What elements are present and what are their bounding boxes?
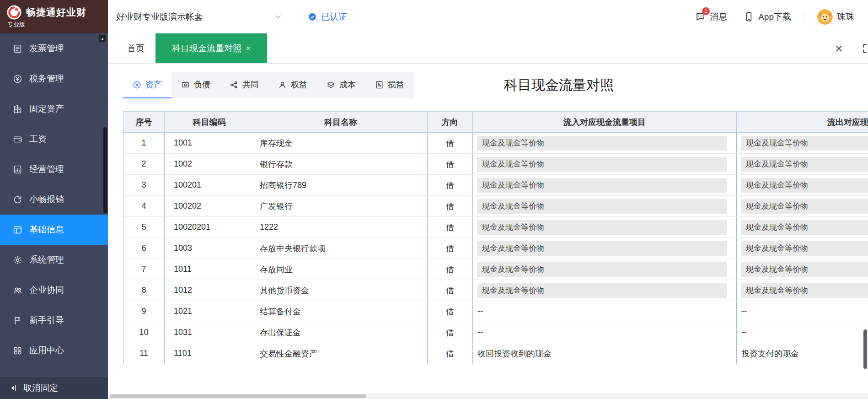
sidebar-item-7[interactable]: 基础信息 xyxy=(0,215,108,245)
operations-icon xyxy=(13,165,22,174)
category-tab-3[interactable]: 共同 xyxy=(220,72,268,98)
outflow-field[interactable]: 现金及现金等价物 xyxy=(741,157,868,172)
profit-loss-icon xyxy=(375,81,384,89)
inflow-field[interactable]: 现金及现金等价物 xyxy=(477,136,727,151)
mapping-table: 序号科目编码科目名称方向流入对应现金流量项目流出对应现金流量项目 1 1001 … xyxy=(123,111,868,364)
cell-name: 其他货币资金 xyxy=(254,280,428,301)
app-download-label: App下载 xyxy=(758,11,791,23)
cell-name: 1222 xyxy=(254,217,428,238)
table-header-cell: 流入对应现金流量项目 xyxy=(473,112,737,133)
table-header-row: 序号科目编码科目名称方向流入对应现金流量项目流出对应现金流量项目 xyxy=(123,112,868,133)
cell-name: 存放同业 xyxy=(254,259,428,280)
messages-count-badge: 1 xyxy=(702,7,710,15)
basic-info-icon xyxy=(13,225,22,235)
messages-button[interactable]: 1 消息 xyxy=(695,11,727,23)
table-row: 5 10020201 1222 借 现金及现金等价物 现金及现金等价物 xyxy=(123,217,868,238)
horizontal-scrollbar[interactable] xyxy=(108,394,868,399)
messages-label: 消息 xyxy=(710,11,727,23)
horizontal-scrollbar-thumb[interactable] xyxy=(110,394,366,398)
table-row: 4 100202 广发银行 借 现金及现金等价物 现金及现金等价物 xyxy=(123,196,868,217)
category-tab-1[interactable]: 资产 xyxy=(123,72,171,98)
inflow-field[interactable]: 现金及现金等价物 xyxy=(477,220,727,235)
cell-seq: 3 xyxy=(123,175,165,196)
sidebar-item-9[interactable]: 企业协同 xyxy=(0,275,108,305)
brand-name: 畅捷通好业财 xyxy=(26,6,86,19)
vertical-scrollbar-thumb[interactable] xyxy=(863,329,867,369)
table-header-cell: 科目编码 xyxy=(165,112,254,133)
category-tab-4[interactable]: 权益 xyxy=(268,72,317,98)
cell-outflow: 现金及现金等价物 xyxy=(737,217,868,238)
cell-inflow: 现金及现金等价物 xyxy=(473,133,737,154)
outflow-field[interactable]: 现金及现金等价物 xyxy=(741,136,868,151)
app-center-icon xyxy=(13,346,22,356)
table-row: 1 1001 库存现金 借 现金及现金等价物 现金及现金等价物 xyxy=(123,133,868,154)
category-tab-6[interactable]: 损益 xyxy=(365,72,414,98)
category-tab-2[interactable]: 负债 xyxy=(171,72,220,98)
inflow-field[interactable]: 现金及现金等价物 xyxy=(477,199,727,214)
table-row: 7 1011 存放同业 借 现金及现金等价物 现金及现金等价物 xyxy=(123,259,868,280)
cell-inflow: 现金及现金等价物 xyxy=(473,280,737,301)
outflow-field[interactable]: 现金及现金等价物 xyxy=(741,178,868,193)
unpin-sidebar-button[interactable]: 取消固定 xyxy=(0,376,108,399)
sidebar-scrollbar-thumb[interactable] xyxy=(103,127,107,213)
cell-name: 招商银行789 xyxy=(254,175,428,196)
cell-direction: 借 xyxy=(428,238,473,259)
sidebar-item-6[interactable]: 小畅报销 xyxy=(0,184,108,215)
sidebar-item-label: 基础信息 xyxy=(29,224,64,236)
tab-label: 科目现金流量对照 xyxy=(172,43,241,54)
cell-seq: 10 xyxy=(123,322,165,343)
outflow-field[interactable]: 现金及现金等价物 xyxy=(741,199,868,214)
cell-outflow: 现金及现金等价物 xyxy=(737,196,868,217)
tab-1[interactable]: 首页 xyxy=(116,33,155,63)
cell-direction: 借 xyxy=(428,322,473,343)
app-download-button[interactable]: App下载 xyxy=(744,11,791,23)
verified-badge[interactable]: 已认证 xyxy=(307,11,347,23)
sidebar-item-8[interactable]: 系统管理 xyxy=(0,245,108,275)
cell-direction: 借 xyxy=(428,175,473,196)
vertical-scrollbar[interactable] xyxy=(863,64,868,394)
fixed-asset-icon xyxy=(13,104,22,114)
tab-2[interactable]: 科目现金流量对照 × xyxy=(155,33,267,63)
fullscreen-icon[interactable] xyxy=(862,43,868,54)
inflow-field[interactable]: 现金及现金等价物 xyxy=(477,262,727,277)
category-tab-5[interactable]: 成本 xyxy=(317,72,365,98)
inflow-field[interactable]: 现金及现金等价物 xyxy=(477,283,727,298)
sidebar-item-5[interactable]: 经营管理 xyxy=(0,154,108,184)
user-avatar xyxy=(817,9,833,25)
table-row: 6 1003 存放中央银行款项 借 现金及现金等价物 现金及现金等价物 xyxy=(123,238,868,259)
tab-close-icon[interactable]: × xyxy=(246,44,251,53)
cell-name: 银行存款 xyxy=(254,154,428,175)
cell-seq: 11 xyxy=(123,343,165,364)
cell-inflow: 现金及现金等价物 xyxy=(473,259,737,280)
sidebar-item-1[interactable]: 发票管理 xyxy=(0,33,108,64)
table-header-cell: 流出对应现金流量项目 xyxy=(737,112,868,133)
sidebar-item-11[interactable]: 应用中心 xyxy=(0,335,108,366)
inflow-field[interactable]: 现金及现金等价物 xyxy=(477,178,727,193)
sidebar-item-4[interactable]: 工资 xyxy=(0,124,108,154)
inflow-field[interactable]: 现金及现金等价物 xyxy=(477,157,727,172)
collapse-pin-icon xyxy=(9,383,18,393)
sidebar-item-label: 新手引导 xyxy=(29,314,64,326)
sidebar-item-2[interactable]: 税务管理 xyxy=(0,64,108,94)
outflow-field[interactable]: 现金及现金等价物 xyxy=(741,241,868,256)
outflow-field[interactable]: 现金及现金等价物 xyxy=(741,220,868,235)
sidebar-item-label: 工资 xyxy=(29,133,47,145)
cell-inflow: 收回投资收到的现金 xyxy=(473,343,737,364)
inflow-field[interactable]: 现金及现金等价物 xyxy=(477,241,727,256)
sidebar-item-10[interactable]: 新手引导 xyxy=(0,305,108,335)
account-set-select[interactable]: 好业财专业版演示帐套 xyxy=(116,11,283,23)
close-tab-icon[interactable]: × xyxy=(835,42,843,55)
outflow-field[interactable]: 现金及现金等价物 xyxy=(741,283,868,298)
main-content: 资产 负债 共同 权益 成本 损益 科目现金流量对照 序号科目编码科目名称方向流… xyxy=(108,64,868,394)
cell-inflow: -- xyxy=(473,322,737,343)
user-menu[interactable]: 珠珠 xyxy=(817,9,854,25)
sidebar-item-3[interactable]: 固定资产 xyxy=(0,94,108,124)
cell-code: 1021 xyxy=(165,301,254,322)
cell-outflow: 现金及现金等价物 xyxy=(737,133,868,154)
cell-outflow: -- xyxy=(737,322,868,343)
outflow-field[interactable]: 现金及现金等价物 xyxy=(741,262,868,277)
invoice-icon xyxy=(13,44,22,54)
sidebar-scroll-up-arrow[interactable]: ▲ xyxy=(99,35,106,42)
brand-logo-block: 畅捷通好业财 专业版 xyxy=(0,0,108,33)
brand-edition: 专业版 xyxy=(7,21,102,29)
